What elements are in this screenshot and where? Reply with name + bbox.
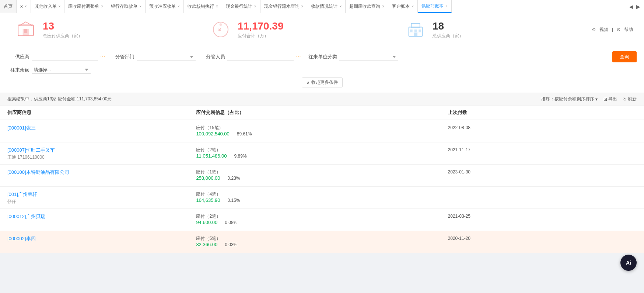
refresh-button[interactable]: ↻ 刷新 [623, 96, 637, 102]
nav-tab-cash-bank-stats[interactable]: 现金银行统计 × [222, 0, 260, 13]
filter-row-1: 供应商 ··· 分管部门 分管人员 ··· 往来单位分类 查询 [7, 51, 637, 62]
video-link[interactable]: 视频 [599, 27, 608, 33]
person-input[interactable] [227, 53, 294, 61]
tx-label: 应付（15笔） [196, 125, 448, 131]
close-icon[interactable]: × [178, 4, 180, 8]
table-header-row: 供应商信息 应付交易信息（占比） 上次付数 [0, 106, 644, 120]
supplier-info-cell: [000002]李四 [7, 235, 196, 242]
nav-tab-receipt-stats[interactable]: 收款情况统计 × [307, 0, 346, 13]
supplier-name-link[interactable]: [000100]本特勤油品有限公司 [7, 169, 196, 176]
supplier-info-cell: [000007]恒旺二手叉车 王通 17106110000 [7, 146, 196, 161]
person-picker-icon[interactable]: ··· [296, 54, 301, 60]
nav-tab-bank-deposit[interactable]: 银行存取款单 × [107, 0, 146, 13]
chevron-up-icon: ∧ [307, 80, 310, 85]
filter-area: 供应商 ··· 分管部门 分管人员 ··· 往来单位分类 查询 往来余额 请选 [0, 46, 644, 93]
supplier-input[interactable] [32, 53, 98, 61]
collapse-button[interactable]: ∧ 收起更多条件 [302, 77, 343, 87]
col-header-supplier: 供应商信息 [7, 109, 196, 116]
category-filter-label: 往来单位分类 [308, 54, 337, 60]
collapse-row: ∧ 收起更多条件 [7, 77, 637, 87]
close-icon[interactable]: × [301, 4, 304, 8]
close-icon[interactable]: × [382, 4, 384, 8]
filter-row-2: 往来余额 请选择... [7, 66, 637, 74]
tx-amount-link[interactable]: 100,092,540.00 [196, 131, 229, 137]
dept-select[interactable] [137, 53, 196, 61]
close-icon[interactable]: × [445, 4, 448, 8]
last-pay-cell: 2023-01-30 [448, 168, 637, 175]
nav-tab-overdue-query[interactable]: 超期应收款查询 × [346, 0, 388, 13]
tx-amount-link[interactable]: 11,051,486.00 [196, 153, 227, 159]
nav-tab-cash-flow-query[interactable]: 现金银行流水查询 × [260, 0, 308, 13]
filter-dept: 分管部门 [112, 53, 196, 61]
svg-rect-3 [24, 29, 27, 33]
nav-tab-prepay-offset[interactable]: 预收冲应收单 × [146, 0, 184, 13]
nav-scroll-arrows: ◀ ▶ [626, 3, 644, 10]
nav-tab-supplier-ledger[interactable]: 供应商账本 × [418, 0, 452, 13]
sort-button[interactable]: 排序：按应付余额倒序排序 ▾ [541, 96, 598, 102]
supplier-table: 供应商信息 应付交易信息（占比） 上次付数 [000001]张三 应付（15笔）… [0, 106, 644, 253]
tx-amount-row: 11,051,486.00 9.89% [196, 153, 448, 159]
tx-amount-link[interactable]: 32,366.00 [196, 242, 217, 247]
person-filter-label: 分管人员 [203, 54, 225, 60]
vendor-icon-2: ¥ [210, 18, 232, 41]
close-icon[interactable]: × [139, 4, 141, 8]
query-button[interactable]: 查询 [612, 51, 637, 62]
table-row: [000012]广州贝瑞 应付（2笔） 94,600.00 0.08% 2021… [0, 209, 644, 231]
last-pay-date: 2023-01-30 [448, 169, 470, 175]
supplier-info-cell: [000001]张三 [7, 124, 196, 131]
nav-tab-receipt-verify[interactable]: 收款核销执行 × [184, 0, 222, 13]
nav-tab-3[interactable]: 3 × [17, 0, 31, 13]
supplier-picker-icon[interactable]: ··· [100, 54, 105, 60]
table-row: [000007]恒旺二手叉车 王通 17106110000 应付（2笔） 11,… [0, 142, 644, 165]
dept-filter-label: 分管部门 [112, 54, 134, 60]
tx-percent: 0.03% [225, 242, 237, 247]
svg-rect-12 [414, 32, 417, 36]
supplier-name-link[interactable]: [000001]张三 [7, 125, 196, 131]
close-icon[interactable]: × [59, 4, 61, 8]
tx-amount-link[interactable]: 258,000.00 [196, 175, 220, 181]
supplier-sub-info: 仔仔 [7, 199, 196, 205]
tx-label: 应付（5笔） [196, 235, 448, 242]
tx-info-cell: 应付（1笔） 258,000.00 0.23% [196, 168, 448, 181]
result-actions: 排序：按应付余额倒序排序 ▾ ⊡ 导出 ↻ 刷新 [541, 96, 637, 102]
nav-tab-ar-ap-adjust[interactable]: 应收应付调整单 × [64, 0, 107, 13]
last-pay-date: 2021-03-25 [448, 214, 470, 219]
svg-rect-9 [410, 30, 413, 32]
close-icon[interactable]: × [254, 4, 256, 8]
nav-right-arrow[interactable]: ▶ [635, 3, 642, 10]
supplier-name-link[interactable]: [001]广州荣轩 [7, 191, 196, 198]
nav-tab-other-income[interactable]: 其他收入单 × [31, 0, 65, 13]
tx-amount-link[interactable]: 94,600.00 [196, 220, 217, 225]
supplier-name-link[interactable]: [000002]李四 [7, 235, 196, 242]
close-icon[interactable]: × [25, 4, 27, 8]
tx-amount-link[interactable]: 164,635.90 [196, 197, 220, 203]
tx-label: 应付（2笔） [196, 213, 448, 220]
nav-tab-home[interactable]: 首页 [0, 0, 17, 13]
nav-tab-customer-ledger[interactable]: 客户账本 × [388, 0, 418, 13]
tx-percent: 0.08% [225, 220, 237, 225]
category-select[interactable] [339, 53, 398, 61]
export-button[interactable]: ⊡ 导出 [603, 96, 617, 102]
payable-total-amount: 11,170.39 [238, 20, 284, 32]
vendor-icon-3 [405, 18, 427, 41]
nav-left-arrow[interactable]: ◀ [628, 3, 635, 10]
video-icon: ⊙ [592, 27, 596, 32]
close-icon[interactable]: × [412, 4, 414, 8]
help-link[interactable]: 帮助 [624, 27, 633, 33]
last-pay-cell: 2020-11-20 [448, 235, 637, 241]
refresh-icon: ↻ [623, 97, 627, 102]
table-row: [000002]李四 应付（5笔） 32,366.00 0.03% 2020-1… [0, 231, 644, 253]
stat-card-total-suppliers: 18 总供应商（家） [397, 18, 592, 41]
chevron-down-icon: ▾ [595, 97, 598, 102]
tx-percent: 0.23% [227, 176, 240, 181]
balance-select[interactable]: 请选择... [32, 66, 91, 74]
close-icon[interactable]: × [339, 4, 342, 8]
tx-label: 应付（2笔） [196, 147, 448, 153]
total-suppliers-label: 总供应商（家） [433, 33, 463, 39]
supplier-name-link[interactable]: [000012]广州贝瑞 [7, 213, 196, 220]
supplier-name-link[interactable]: [000007]恒旺二手叉车 [7, 147, 196, 154]
close-icon[interactable]: × [216, 4, 218, 8]
close-icon[interactable]: × [101, 4, 103, 8]
tx-info-cell: 应付（4笔） 164,635.90 0.15% [196, 190, 448, 203]
last-pay-date: 2022-08-08 [448, 125, 470, 130]
